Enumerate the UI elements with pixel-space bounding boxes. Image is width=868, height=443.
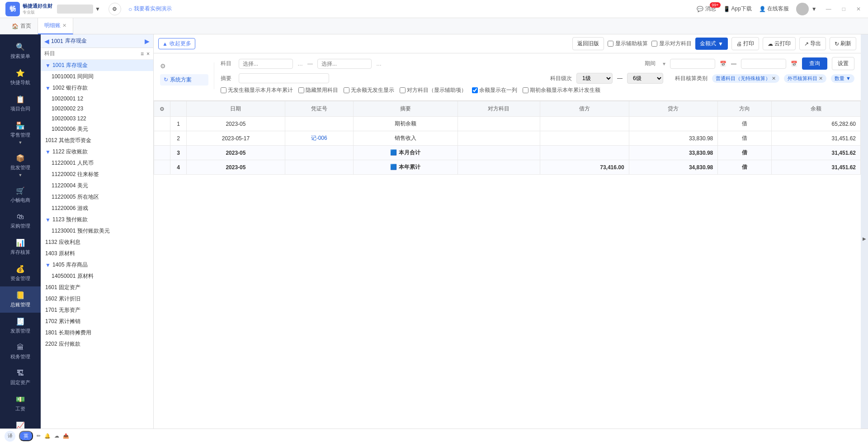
collapse-more-button[interactable]: ▲ 收起更多 — [158, 38, 195, 49]
tree-node-10020002[interactable]: 10020002 23 — [41, 104, 153, 114]
system-scheme-selector[interactable]: ↻ 系统方案 — [160, 74, 208, 86]
tree-node-1001[interactable]: ▼ 1001 库存现金 — [41, 60, 153, 71]
period-start-input[interactable]: 2023-05 — [670, 59, 715, 69]
tree-node-1405[interactable]: ▼ 1405 库存商品 — [41, 259, 153, 271]
nav-right-icon[interactable]: ▶ — [145, 38, 150, 45]
window-maximize[interactable]: □ — [840, 6, 847, 12]
option-no-balance-input[interactable] — [221, 87, 226, 93]
sidebar-item-quick-nav[interactable]: ⭐ 快捷导航 — [0, 64, 41, 91]
subject-input[interactable] — [239, 59, 293, 69]
tab-ledger[interactable]: 明细账 ✕ — [38, 18, 73, 34]
export-button[interactable]: ↗ 导出 — [799, 37, 826, 50]
tag-normal[interactable]: 普通科目（无特殊核算） ✕ — [712, 74, 779, 83]
sidebar-item-ecommerce[interactable]: 🛒 小畅电商 — [0, 182, 41, 208]
return-old-button[interactable]: 返回旧版 — [572, 37, 604, 50]
right-panel-toggle[interactable]: ▶ — [861, 34, 868, 443]
option-no-amount[interactable]: 无余额无发生显示 — [344, 86, 394, 94]
sidebar-item-assets[interactable]: 🏗 固定资产 — [0, 365, 41, 391]
app-download-button[interactable]: 📱 App下载 — [723, 5, 752, 13]
tree-node-1122[interactable]: ▼ 1122 应收账款 — [41, 146, 153, 157]
current-account-bar[interactable]: ◀ 1001 库存现金 ▶ — [41, 34, 153, 48]
window-minimize[interactable]: — — [824, 6, 833, 12]
level-start-select[interactable]: 1级2级3级 — [576, 73, 613, 84]
option-balance-col-input[interactable] — [472, 87, 478, 93]
tree-node-14050001[interactable]: 14050001 原材料 — [41, 271, 153, 282]
demo-link[interactable]: ○ 我要看实例演示 — [128, 5, 172, 13]
app-selector[interactable]: ▼ — [52, 5, 105, 14]
scheme-settings-icon[interactable]: ⚙ — [160, 62, 208, 70]
tree-node-11220005[interactable]: 11220005 所在地区 — [41, 191, 153, 203]
tree-node-10020001[interactable]: 10020001 12 — [41, 94, 153, 104]
tree-node-10010001[interactable]: 10010001 同同同 — [41, 71, 153, 82]
query-button[interactable]: 查询 — [802, 57, 827, 70]
sidebar-item-search[interactable]: 🔍 搜索菜单 — [0, 38, 41, 64]
tree-node-11230001[interactable]: 11230001 预付账款美元 — [41, 225, 153, 237]
sidebar-item-purchase[interactable]: 🛍 采购管理 — [0, 208, 41, 234]
sidebar-item-wholesale[interactable]: 📦 批发管理 ▼ — [0, 149, 41, 182]
tab-home[interactable]: 🏠 首页 — [5, 18, 38, 34]
sidebar-item-payroll[interactable]: 💵 工资 — [0, 391, 41, 417]
tree-node-11220001[interactable]: 11220001 人民币 — [41, 157, 153, 169]
show-contra-input[interactable] — [651, 41, 657, 47]
tag-quantity[interactable]: 数量 ▼ — [831, 74, 854, 83]
cloud-icon[interactable]: ☁ — [54, 433, 59, 439]
option-balance-col[interactable]: 余额显示在一列 — [472, 86, 517, 94]
message-button[interactable]: 💬 消息 99+ — [697, 5, 716, 13]
option-opening[interactable]: 期初余额显示本年累计发生额 — [523, 86, 600, 94]
tree-node-1132[interactable]: 1132 应收利息 — [41, 237, 153, 248]
tree-node-1002[interactable]: ▼ 1002 银行存款 — [41, 82, 153, 94]
upload-icon[interactable]: 📤 — [63, 433, 69, 439]
option-no-amount-input[interactable] — [344, 87, 349, 93]
tree-node-10020006[interactable]: 10020006 美元 — [41, 124, 153, 135]
cloud-print-button[interactable]: ☁ 云打印 — [763, 37, 796, 50]
option-contra[interactable]: 对方科目（显示辅助项） — [400, 86, 467, 94]
tab-close-ledger[interactable]: ✕ — [62, 23, 66, 29]
tree-node-1701[interactable]: 1701 无形资产 — [41, 305, 153, 316]
tree-node-10020003[interactable]: 10020003 122 — [41, 114, 153, 124]
sidebar-item-project[interactable]: 📋 项目合同 — [0, 91, 41, 117]
sidebar-item-capital[interactable]: 💰 资金管理 — [0, 260, 41, 286]
tree-node-1602[interactable]: 1602 累计折旧 — [41, 293, 153, 305]
currency-dropdown-button[interactable]: 金额式 ▼ — [695, 38, 728, 50]
print-button[interactable]: 🖨 打印 — [731, 37, 759, 50]
bell-icon[interactable]: 🔔 — [44, 433, 51, 439]
show-contra-checkbox[interactable]: 显示对方科目 — [651, 40, 692, 48]
tree-node-1123[interactable]: ▼ 1123 预付账款 — [41, 214, 153, 225]
tree-node-1801[interactable]: 1801 长期待摊费用 — [41, 327, 153, 338]
tree-node-1702[interactable]: 1702 累计摊销 — [41, 316, 153, 327]
user-info[interactable]: ▼ — [796, 3, 817, 15]
tree-node-11220006[interactable]: 11220006 游戏 — [41, 203, 153, 214]
tree-close-icon[interactable]: × — [146, 51, 150, 57]
tree-columns-icon[interactable]: ≡ — [141, 51, 144, 57]
show-aux-input[interactable] — [608, 41, 613, 47]
translate-button[interactable]: 译 — [5, 431, 15, 442]
voucher-link[interactable]: 记-006 — [311, 135, 327, 141]
show-aux-checkbox[interactable]: 显示辅助核算 — [608, 40, 648, 48]
online-service-button[interactable]: 👤 在线客服 — [759, 5, 789, 13]
edit-icon[interactable]: ✏ — [37, 433, 41, 439]
option-hide-disabled[interactable]: 隐藏禁用科目 — [298, 86, 338, 94]
window-close[interactable]: ✕ — [854, 6, 863, 12]
settings-button[interactable]: ⚙ — [108, 3, 121, 15]
option-opening-input[interactable] — [523, 87, 528, 93]
sidebar-item-invoice[interactable]: 🧾 发票管理 — [0, 313, 41, 339]
option-contra-input[interactable] — [400, 87, 406, 93]
tree-node-11220004[interactable]: 11220004 美元 — [41, 180, 153, 191]
subject-end-input[interactable] — [317, 59, 372, 69]
tag-close-foreign[interactable]: ✕ — [819, 76, 823, 81]
nav-left-icon[interactable]: ◀ — [44, 38, 49, 45]
tag-close-normal[interactable]: ✕ — [772, 76, 776, 81]
sidebar-item-inventory[interactable]: 📊 库存核算 — [0, 234, 41, 260]
lang-button[interactable]: 英 — [19, 431, 33, 441]
summary-input[interactable] — [239, 73, 329, 83]
tree-node-11220002[interactable]: 11220002 往来标签 — [41, 169, 153, 180]
tree-node-1403[interactable]: 1403 原材料 — [41, 248, 153, 259]
sidebar-item-tax[interactable]: 🏛 税务管理 — [0, 339, 41, 365]
sidebar-item-retail[interactable]: 🏪 零售管理 ▼ — [0, 117, 41, 149]
tag-foreign[interactable]: 外币核算科目 ✕ — [784, 74, 826, 83]
tree-node-1012[interactable]: 1012 其他货币资金 — [41, 135, 153, 146]
tree-node-2202[interactable]: 2202 应付账款 — [41, 338, 153, 350]
tree-node-1601[interactable]: 1601 固定资产 — [41, 282, 153, 293]
sidebar-item-ledger[interactable]: 📒 总账管理 — [0, 286, 41, 313]
level-end-select[interactable]: 6级5级4级 — [627, 73, 663, 84]
